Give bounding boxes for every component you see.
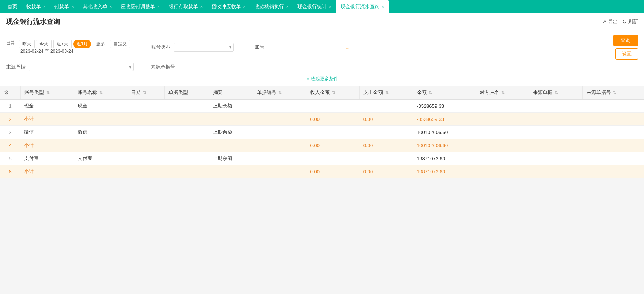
close-icon[interactable]: × <box>243 0 245 13</box>
date-label: 日期 <box>6 40 16 46</box>
col-source-doc-no[interactable]: 来源单据号 ⇅ <box>582 86 644 99</box>
data-table: ⚙ 账号类型 ⇅ 账号名称 ⇅ 日期 ⇅ 单据类型 摘要 单据编号 ⇅ 收入金额… <box>0 86 644 178</box>
cell-summary: 上期余额 <box>209 99 253 113</box>
page-header: 现金银行流水查询 ↗ 导出 ↻ 刷新 <box>0 13 644 30</box>
cell-summary <box>209 165 253 178</box>
sort-icon: ⇅ <box>385 90 389 95</box>
nav-stats[interactable]: 现金银行统计 × <box>293 0 336 13</box>
cell-doc_no <box>253 139 306 152</box>
close-icon[interactable]: × <box>157 0 159 13</box>
date-btn-today[interactable]: 今天 <box>36 40 52 48</box>
nav-receipt[interactable]: 收款单 × <box>22 0 50 13</box>
cell-account_name <box>74 165 127 178</box>
date-btn-yesterday[interactable]: 昨天 <box>19 40 35 48</box>
close-icon[interactable]: × <box>110 0 112 13</box>
cell-account_name: 支付宝 <box>74 152 127 165</box>
date-btn-7days[interactable]: 近7天 <box>53 40 72 48</box>
nav-flow-query[interactable]: 现金银行流水查询 × <box>336 0 389 13</box>
cell-account_type: 微信 <box>20 126 74 139</box>
col-expense[interactable]: 支出金额 ⇅ <box>360 86 413 99</box>
cell-counterpart <box>476 126 529 139</box>
cell-summary: 上期余额 <box>209 152 253 165</box>
cell-account_type: 现金 <box>20 99 74 113</box>
table-body: 1现金现金上期余额-3528659.332小计0.000.00-3528659.… <box>0 99 644 178</box>
account-input[interactable] <box>267 43 342 51</box>
col-balance[interactable]: 余额 ⇅ <box>413 86 476 99</box>
cell-date <box>127 99 165 113</box>
cell-account_name: 微信 <box>74 126 127 139</box>
col-doc-type[interactable]: 单据类型 <box>165 86 209 99</box>
table-area: ⚙ 账号类型 ⇅ 账号名称 ⇅ 日期 ⇅ 单据类型 摘要 单据编号 ⇅ 收入金额… <box>0 86 644 178</box>
sort-icon: ⇅ <box>46 90 50 95</box>
cell-account_type: 小计 <box>20 113 74 126</box>
cell-balance: 19871073.60 <box>413 165 476 178</box>
sort-icon: ⇅ <box>501 90 505 95</box>
close-icon[interactable]: × <box>43 0 45 13</box>
col-doc-no[interactable]: 单据编号 ⇅ <box>253 86 306 99</box>
nav-advance[interactable]: 预收冲应收单 × <box>207 0 250 13</box>
export-button[interactable]: ↗ 导出 <box>602 18 618 25</box>
close-icon[interactable]: × <box>286 0 288 13</box>
nav-home[interactable]: 首页 <box>3 0 22 13</box>
date-btn-1month[interactable]: 近1月 <box>73 40 92 48</box>
query-button[interactable]: 查询 <box>613 35 638 46</box>
sort-icon: ⇅ <box>555 90 558 95</box>
cell-source_doc <box>529 113 582 126</box>
filter-area: 日期 昨天 今天 近7天 近1月 更多 自定义 2023-02-24 至 202… <box>0 30 644 86</box>
cell-doc_no <box>253 126 306 139</box>
close-icon[interactable]: × <box>71 0 74 13</box>
source-doc-no-filter: 来源单据号 <box>151 63 291 71</box>
cell-date <box>127 152 165 165</box>
cell-income <box>306 126 360 139</box>
source-doc-select[interactable] <box>29 63 134 71</box>
cell-date <box>127 113 165 126</box>
gear-icon[interactable]: ⚙ <box>4 89 9 96</box>
col-counterpart[interactable]: 对方户名 ⇅ <box>476 86 529 99</box>
cell-balance: 100102606.60 <box>413 126 476 139</box>
top-nav: 首页 收款单 × 付款单 × 其他收入单 × 应收应付调整单 × 银行存取款单 … <box>0 0 644 13</box>
sort-icon: ⇅ <box>99 90 103 95</box>
nav-other-income[interactable]: 其他收入单 × <box>78 0 116 13</box>
source-doc-no-label: 来源单据号 <box>151 64 175 70</box>
table-row: 6小计0.000.0019871073.60 <box>0 165 644 178</box>
col-account-name[interactable]: 账号名称 ⇅ <box>74 86 127 99</box>
col-gear[interactable]: ⚙ <box>0 86 20 99</box>
cell-doc_type <box>165 126 209 139</box>
table-row: 5支付宝支付宝上期余额19871073.60 <box>0 152 644 165</box>
nav-adjust[interactable]: 应收应付调整单 × <box>116 0 164 13</box>
account-type-select[interactable]: 现金 微信 支付宝 <box>174 43 234 52</box>
nav-payment[interactable]: 付款单 × <box>50 0 78 13</box>
close-icon[interactable]: × <box>200 0 203 13</box>
collapse-bar[interactable]: ∧ 收起更多条件 <box>6 74 638 83</box>
date-btn-more[interactable]: 更多 <box>93 40 108 48</box>
date-range: 2023-02-24 至 2023-03-24 <box>20 48 130 55</box>
cell-source_doc_no <box>582 152 644 165</box>
date-btn-custom[interactable]: 自定义 <box>110 40 130 48</box>
cell-expense <box>360 126 413 139</box>
cell-expense: 0.00 <box>360 165 413 178</box>
cell-source_doc <box>529 126 582 139</box>
cell-doc_no <box>253 165 306 178</box>
account-type-select-wrapper: 现金 微信 支付宝 <box>174 43 234 52</box>
cell-account_type: 支付宝 <box>20 152 74 165</box>
account-type-filter: 账号类型 现金 微信 支付宝 <box>151 43 234 52</box>
col-account-type[interactable]: 账号类型 ⇅ <box>20 86 74 99</box>
close-icon[interactable]: × <box>329 0 331 13</box>
cell-source_doc <box>529 139 582 152</box>
refresh-button[interactable]: ↻ 刷新 <box>622 18 638 25</box>
cell-doc_type <box>165 113 209 126</box>
source-doc-no-input[interactable] <box>178 63 291 71</box>
col-date[interactable]: 日期 ⇅ <box>127 86 165 99</box>
close-icon[interactable]: × <box>382 0 384 13</box>
nav-verify[interactable]: 收款核销执行 × <box>250 0 293 13</box>
header-actions: ↗ 导出 ↻ 刷新 <box>602 18 638 25</box>
nav-bank-deposit[interactable]: 银行存取款单 × <box>164 0 207 13</box>
cell-source_doc_no <box>582 126 644 139</box>
sort-icon: ⇅ <box>613 90 616 95</box>
col-summary[interactable]: 摘要 <box>209 86 253 99</box>
more-button[interactable]: ... <box>345 45 350 50</box>
col-source-doc[interactable]: 来源单据 ⇅ <box>529 86 582 99</box>
cell-balance: -3528659.33 <box>413 99 476 113</box>
col-income[interactable]: 收入金额 ⇅ <box>306 86 360 99</box>
settings-button[interactable]: 设置 <box>615 48 638 60</box>
